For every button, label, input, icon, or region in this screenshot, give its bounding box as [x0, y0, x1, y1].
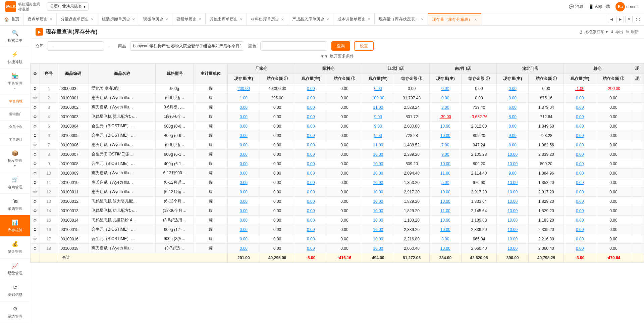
sidebar-item-member[interactable]: 会员中心: [0, 121, 30, 133]
cell-na-stock[interactable]: 10.00: [429, 131, 461, 140]
cell-t-stock[interactable]: 0.00: [564, 169, 596, 178]
cell-na-stock[interactable]: 0.00: [429, 84, 461, 93]
cell-settings[interactable]: ⚙: [31, 225, 40, 234]
cell-v-stock[interactable]: 0.00: [295, 216, 327, 225]
cell-f-stock[interactable]: 0.00: [228, 122, 260, 131]
cell-v-stock[interactable]: 0.00: [295, 140, 327, 150]
warehouse-input[interactable]: [48, 41, 104, 51]
sidebar-item-retail-shop[interactable]: 零售商城: [0, 95, 30, 108]
close-icon[interactable]: ✕: [132, 17, 135, 21]
cell-settings[interactable]: ⚙: [31, 93, 40, 103]
cell-na-stock[interactable]: 10.00: [429, 159, 461, 169]
cell-t-stock[interactable]: 0.00: [564, 234, 596, 244]
cell-yb-stock[interactable]: 0.00: [496, 84, 528, 93]
th-settings[interactable]: ⚙: [31, 64, 40, 84]
cell-f-stock[interactable]: 1.00: [228, 93, 260, 103]
cell-yb-stock[interactable]: 10.00: [496, 178, 528, 187]
tab-inventory10[interactable]: 现存量（库存状况表） ✕: [375, 13, 428, 26]
cell-settings[interactable]: ⚙: [31, 84, 40, 93]
cell-f-stock[interactable]: 0.00: [228, 197, 260, 206]
tab-expand-btn[interactable]: ⛶: [634, 16, 641, 23]
cell-yb-stock[interactable]: 10.00: [496, 216, 528, 225]
tab-inventory6[interactable]: 其他出库单历史 ✕: [206, 13, 247, 26]
cell-settings[interactable]: ⚙: [31, 169, 40, 178]
cell-t-stock[interactable]: 0.00: [564, 206, 596, 216]
cell-jb-stock[interactable]: 9.00: [362, 112, 394, 122]
cell-jb-stock[interactable]: 0.00: [362, 84, 394, 93]
cell-t-stock[interactable]: 0.00: [564, 216, 596, 225]
cell-t-stock[interactable]: 0.00: [564, 103, 596, 112]
sidebar-item-finance[interactable]: 💰 资金管理: [0, 237, 30, 258]
cell-jb-stock[interactable]: 10.00: [362, 178, 394, 187]
sidebar-item-purchase[interactable]: 🛍 采购管理: [0, 194, 30, 215]
cell-f-stock[interactable]: 0.00: [228, 131, 260, 140]
cell-yb-stock[interactable]: 10.00: [496, 225, 528, 234]
sidebar-item-ecom[interactable]: 🛒 电商管理: [0, 172, 30, 194]
cell-jb-stock[interactable]: 10.00: [362, 216, 394, 225]
cell-v-stock[interactable]: 0.00: [295, 150, 327, 159]
cell-f-stock[interactable]: 0.00: [228, 112, 260, 122]
expand-toggle-btn[interactable]: ▶: [36, 28, 43, 36]
cell-settings[interactable]: ⚙: [31, 178, 40, 187]
goods-input[interactable]: [130, 41, 244, 51]
tab-inventory1[interactable]: 盘点单历史 ✕: [23, 13, 57, 26]
cell-na-stock[interactable]: 5.00: [429, 178, 461, 187]
cell-f-stock[interactable]: 0.00: [228, 159, 260, 169]
sidebar-item-marketing[interactable]: 营销推广: [0, 108, 30, 121]
cell-settings[interactable]: ⚙: [31, 216, 40, 225]
cell-jb-stock[interactable]: 10.00: [362, 187, 394, 197]
cell-yb-stock[interactable]: 10.00: [496, 150, 528, 159]
cell-settings[interactable]: ⚙: [31, 187, 40, 197]
cell-settings[interactable]: ⚙: [31, 159, 40, 169]
cell-t-stock[interactable]: 0.00: [564, 140, 596, 150]
cell-v-stock[interactable]: 0.00: [295, 84, 327, 93]
cell-na-stock[interactable]: 3.00: [429, 103, 461, 112]
close-icon[interactable]: ✕: [368, 17, 370, 21]
tab-close-all-btn[interactable]: ✕: [625, 16, 633, 23]
cell-jb-stock[interactable]: 10.00: [362, 225, 394, 234]
tab-inventory7[interactable]: 材料出库单历史 ✕: [247, 13, 288, 26]
cell-v-stock[interactable]: 0.00: [295, 131, 327, 140]
cell-settings[interactable]: ⚙: [31, 197, 40, 206]
cell-yb-stock[interactable]: 8.00: [496, 140, 528, 150]
cell-f-stock[interactable]: 0.00: [228, 150, 260, 159]
setting-button[interactable]: 设置: [354, 41, 374, 51]
cell-t-stock[interactable]: 0.00: [564, 197, 596, 206]
cell-t-stock[interactable]: 0.00: [564, 131, 596, 140]
sidebar-item-base[interactable]: 🗂 基础信息: [0, 280, 30, 302]
color-input[interactable]: [260, 41, 327, 51]
cell-v-stock[interactable]: 0.00: [295, 169, 327, 178]
cell-t-stock[interactable]: 0.00: [564, 178, 596, 187]
message-btn[interactable]: 💬 消息: [569, 4, 583, 9]
cell-yb-stock[interactable]: 3.00: [496, 93, 528, 103]
tab-next-btn[interactable]: ▶: [616, 16, 624, 23]
sidebar-item-system[interactable]: ⚙ 系统管理: [0, 302, 30, 323]
close-icon[interactable]: ✕: [50, 17, 52, 21]
cell-settings[interactable]: ⚙: [31, 103, 40, 112]
cell-t-stock[interactable]: 0.00: [564, 225, 596, 234]
cell-yb-stock[interactable]: 8.00: [496, 122, 528, 131]
cell-v-stock[interactable]: 0.00: [295, 103, 327, 112]
cell-v-stock[interactable]: 0.00: [295, 122, 327, 131]
cell-yb-stock[interactable]: 9.00: [496, 169, 528, 178]
cell-jb-stock[interactable]: 10.00: [362, 234, 394, 244]
sidebar-item-shortcut[interactable]: ⚡ 快捷导航: [0, 47, 30, 68]
app-download-btn[interactable]: 📱 App下载: [589, 4, 610, 9]
close-icon[interactable]: ✕: [326, 17, 329, 21]
expand-conditions-btn[interactable]: ▼▼ 展开更多条件: [318, 52, 357, 60]
cell-f-stock[interactable]: 0.00: [228, 103, 260, 112]
cell-t-stock[interactable]: -1.00: [564, 84, 596, 93]
cell-v-stock[interactable]: 0.00: [295, 225, 327, 234]
sidebar-item-ops[interactable]: 📈 经营管理: [0, 259, 30, 280]
cell-v-stock[interactable]: 0.00: [295, 206, 327, 216]
cell-v-stock[interactable]: 0.00: [295, 159, 327, 169]
cell-na-stock[interactable]: 7.00: [429, 140, 461, 150]
cell-yb-stock[interactable]: 10.00: [496, 244, 528, 253]
cell-yb-stock[interactable]: 8.00: [496, 112, 528, 122]
cell-jb-stock[interactable]: 9.00: [362, 122, 394, 131]
cell-na-stock[interactable]: -39.00: [429, 112, 461, 122]
cell-t-stock[interactable]: 0.00: [564, 93, 596, 103]
cell-f-stock[interactable]: 0.00: [228, 244, 260, 253]
cell-settings[interactable]: ⚙: [31, 234, 40, 244]
industry-selector[interactable]: 母婴行业演示陈套 ▾: [47, 2, 89, 11]
